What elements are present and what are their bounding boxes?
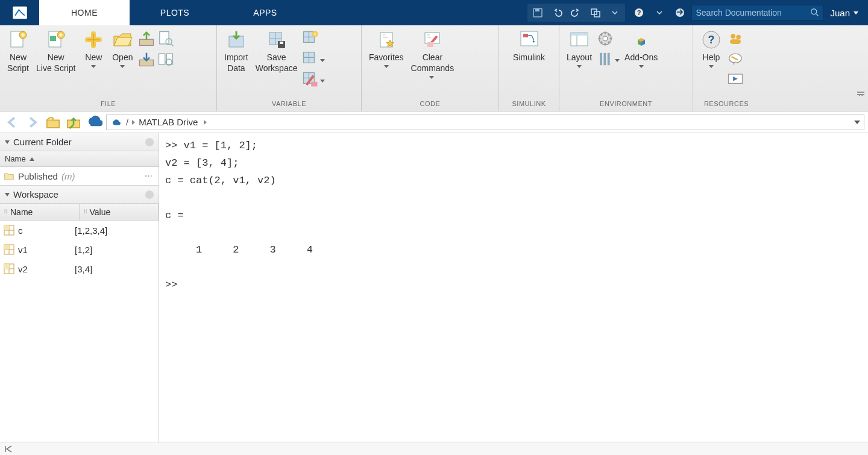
forward-icon[interactable] [24,114,41,131]
svg-rect-14 [140,39,154,45]
svg-rect-34 [523,34,528,37]
svg-rect-56 [4,264,9,269]
preferences-icon[interactable] [597,30,614,47]
path-segment[interactable]: MATLAB Drive [139,117,198,127]
group-code-label: CODE [362,100,498,111]
addons-icon [631,29,652,51]
svg-rect-40 [604,53,606,65]
panel-actions-icon[interactable] [145,138,154,146]
address-bar[interactable]: / MATLAB Drive [106,115,864,130]
group-environment-label: ENVIRONMENT [559,100,693,111]
cloud-icon [110,118,122,127]
svg-rect-29 [312,82,318,87]
clear-workspace-icon[interactable] [302,71,319,88]
svg-rect-52 [4,225,9,230]
qat-dropdown[interactable] [606,5,624,20]
compare-icon[interactable] [157,51,174,67]
favorites-button[interactable]: Favorites [365,28,407,69]
open-button[interactable]: Open [108,28,137,69]
resources-mini-column [726,28,745,90]
matlab-drive-icon[interactable] [86,114,102,131]
switch-windows-icon[interactable] [587,5,605,20]
find-files-icon[interactable] [157,30,174,47]
workspace-header[interactable]: Workspace [0,186,159,204]
svg-rect-32 [427,42,433,47]
new-live-script-button[interactable]: New Live Script [33,28,79,75]
group-code: Favorites Clear Commands CODE [362,25,499,111]
main-area: Current Folder Name Published (m) ··· Wo… [0,133,868,455]
open-variable-icon[interactable] [302,51,319,67]
help-dropdown-icon[interactable] [650,5,668,20]
clear-commands-button[interactable]: Clear Commands [407,28,458,80]
folder-name: Published [18,171,58,181]
search-input[interactable] [696,8,810,17]
help-button[interactable]: ? Help [697,28,726,69]
browse-folder-icon[interactable] [65,114,82,131]
simulink-button[interactable]: Simulink [509,28,549,64]
file-mini-column-2 [156,28,175,70]
workspace-body: c[1,2,3,4]v1[1,2]v2[3,4] [0,221,159,445]
community-icon[interactable] [727,30,744,47]
sign-in-icon[interactable] [671,5,689,20]
import-data-button[interactable]: Import Data [221,28,252,75]
workspace-col-name[interactable]: ⠿Name [0,204,80,220]
new-script-button[interactable]: New Script [4,28,33,75]
download-icon[interactable] [138,51,155,67]
workspace-row[interactable]: c[1,2,3,4] [0,221,159,240]
back-icon[interactable] [4,114,20,131]
left-column: Current Folder Name Published (m) ··· Wo… [0,133,159,455]
upload-icon[interactable] [138,30,155,47]
svg-rect-54 [4,245,9,249]
save-icon[interactable] [529,5,547,20]
addons-button[interactable]: Add-Ons [621,28,661,69]
chevron-right-icon [204,120,207,125]
new-label: New [85,52,102,63]
workspace-row[interactable]: v1[1,2] [0,240,159,259]
search-documentation[interactable] [691,5,824,20]
new-button[interactable]: New [79,28,108,69]
collapse-toolstrip-icon[interactable] [856,90,866,99]
simulink-icon [518,29,540,51]
clear-commands-icon [421,29,443,51]
tab-plots[interactable]: PLOTS [130,0,220,25]
up-folder-icon[interactable] [45,114,61,131]
tab-home[interactable]: HOME [39,0,130,25]
address-history-dropdown[interactable] [854,121,860,124]
folder-suffix: (m) [61,171,75,181]
help-icon[interactable]: ? [630,5,648,20]
layout-label: Layout [567,52,592,63]
panel-actions-icon[interactable] [145,190,154,199]
command-window[interactable]: >> v1 = [1, 2]; v2 = [3, 4]; c = cat(2, … [159,133,868,455]
column-name-label: Name [5,154,26,163]
undo-icon[interactable] [548,5,566,20]
user-menu[interactable]: Juan [826,8,862,18]
group-variable-label: VARIABLE [217,100,361,111]
more-icon[interactable]: ··· [145,171,155,181]
tab-apps[interactable]: APPS [220,0,310,25]
svg-rect-49 [47,120,59,128]
save-workspace-button[interactable]: Save Workspace [252,28,301,75]
request-support-icon[interactable] [727,51,744,67]
workspace-row[interactable]: v2[3,4] [0,259,159,278]
workspace-col-value[interactable]: ⠿Value [80,204,159,220]
addons-label: Add-Ons [624,52,658,63]
go-to-start-icon[interactable] [4,445,13,453]
matlab-logo [0,0,39,25]
learn-matlab-icon[interactable] [727,71,744,88]
svg-rect-46 [730,39,741,44]
svg-point-44 [731,34,735,39]
new-live-script-icon [45,29,67,51]
redo-icon[interactable] [567,5,585,20]
workspace-title: Workspace [13,189,58,199]
quick-access-toolbar [527,4,625,22]
new-variable-icon[interactable] [302,30,319,47]
current-folder-column-header[interactable]: Name [0,151,159,167]
set-path-icon[interactable] [597,51,614,67]
layout-button[interactable]: Layout [563,28,596,69]
folder-item[interactable]: Published (m) ··· [0,167,159,185]
current-folder-title: Current Folder [13,137,72,147]
var-value: [1,2,3,4] [75,225,155,236]
current-folder-header[interactable]: Current Folder [0,133,159,151]
favorites-icon [376,29,397,51]
title-bar: HOME PLOTS APPS ? Juan [0,0,868,25]
